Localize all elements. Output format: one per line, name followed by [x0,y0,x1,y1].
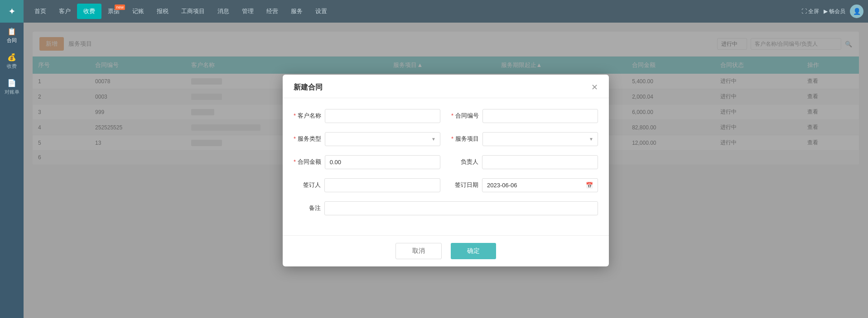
sidebar-item-label: 合同 [7,37,17,44]
fullscreen-icon: ⛶ [801,8,807,14]
form-row-1: 客户名称 合同编号 [294,109,598,123]
form-group-customer-name: 客户名称 [294,109,440,123]
sidebar: ✦ 📋 合同 💰 收费 📄 对账单 [0,0,24,318]
content: 新增 服务项目 进行中 已完成 已终止 🔍 序号 合同编号 [24,23,868,318]
remark-label: 备注 [294,204,321,212]
main-area: 首页 客户 收费 票据 new 记账 报税 工商项目 消息 管理 经营 服务 设… [24,0,868,318]
reconciliation-icon: 📄 [7,79,16,87]
signer-label: 签订人 [294,181,321,189]
responsible-person-input[interactable] [482,155,598,169]
top-nav: 首页 客户 收费 票据 new 记账 报税 工商项目 消息 管理 经营 服务 设… [24,0,868,23]
service-type-select[interactable] [325,132,440,146]
modal-title: 新建合同 [294,83,323,92]
form-group-service-item: 服务项目 ▼ [451,132,598,146]
form-group-remark: 备注 [294,201,598,215]
app-logo: ✦ [0,0,24,23]
nav-message[interactable]: 消息 [211,4,236,19]
contract-no-label: 合同编号 [451,112,479,120]
signer-input[interactable] [324,178,440,192]
nav-items: 首页 客户 收费 票据 new 记账 报税 工商项目 消息 管理 经营 服务 设… [28,4,801,19]
sidebar-item-label: 对账单 [5,89,19,95]
sidebar-item-contract[interactable]: 📋 合同 [0,23,24,48]
modal-header: 新建合同 ✕ [283,75,609,98]
form-row-4: 签订人 签订日期 📅 [294,178,598,192]
avatar[interactable]: 👤 [850,5,863,18]
nav-settings[interactable]: 设置 [309,4,333,19]
modal-close-button[interactable]: ✕ [591,83,598,91]
cancel-button[interactable]: 取消 [395,243,442,259]
nav-tax[interactable]: 报税 [150,4,175,19]
customer-name-input[interactable] [325,109,440,123]
fee-icon: 💰 [7,53,16,62]
service-type-label: 服务类型 [294,135,321,143]
nav-accounting[interactable]: 记账 [126,4,150,19]
sidebar-item-fee[interactable]: 💰 收费 [0,48,24,74]
remark-input[interactable] [324,201,598,215]
responsible-person-label: 负责人 [451,158,478,166]
fullscreen-button[interactable]: ⛶ 全屏 [801,8,819,15]
nav-invoice[interactable]: 票据 new [101,4,126,19]
nav-business[interactable]: 工商项目 [175,4,211,19]
form-row-2: 服务类型 ▼ 服务项目 [294,132,598,146]
nav-service[interactable]: 服务 [285,4,309,19]
nav-operation[interactable]: 经营 [260,4,285,19]
contract-amount-input[interactable] [325,155,440,169]
modal-body: 客户名称 合同编号 服务类型 [283,98,609,235]
form-group-service-type: 服务类型 ▼ [294,132,440,146]
contract-icon: 📋 [7,27,16,36]
form-group-responsible: 负责人 [451,155,598,169]
nav-fee[interactable]: 收费 [77,4,101,19]
modal-overlay: 新建合同 ✕ 客户名称 合同编号 [24,23,868,318]
service-type-wrapper: ▼ [325,132,440,146]
sidebar-item-label: 收费 [7,63,17,70]
contract-amount-label: 合同金额 [294,158,321,166]
form-group-amount: 合同金额 [294,155,440,169]
date-input-wrapper: 📅 [482,178,598,192]
contract-no-input[interactable] [482,109,598,123]
nav-management[interactable]: 管理 [236,4,260,19]
service-item-wrapper: ▼ [482,132,598,146]
form-group-signer: 签订人 [294,178,440,192]
calendar-icon[interactable]: 📅 [586,182,593,189]
new-contract-modal: 新建合同 ✕ 客户名称 合同编号 [283,75,609,266]
sign-date-input[interactable] [487,179,584,192]
form-group-sign-date: 签订日期 📅 [451,178,598,192]
form-row-5: 备注 [294,201,598,215]
form-group-contract-no: 合同编号 [451,109,598,123]
new-badge: new [115,5,125,10]
play-icon: ▶ [824,8,828,14]
service-item-select[interactable] [482,132,598,146]
customer-name-label: 客户名称 [294,112,321,120]
service-item-label: 服务项目 [451,135,479,143]
member-button[interactable]: ▶ 畅会员 [824,8,845,15]
form-row-3: 合同金额 负责人 [294,155,598,169]
sidebar-item-reconciliation[interactable]: 📄 对账单 [0,74,24,100]
modal-footer: 取消 确定 [283,235,609,266]
confirm-button[interactable]: 确定 [451,243,496,259]
sign-date-label: 签订日期 [451,181,478,189]
nav-home[interactable]: 首页 [28,4,53,19]
nav-customer[interactable]: 客户 [53,4,77,19]
nav-right: ⛶ 全屏 ▶ 畅会员 👤 [801,5,863,18]
